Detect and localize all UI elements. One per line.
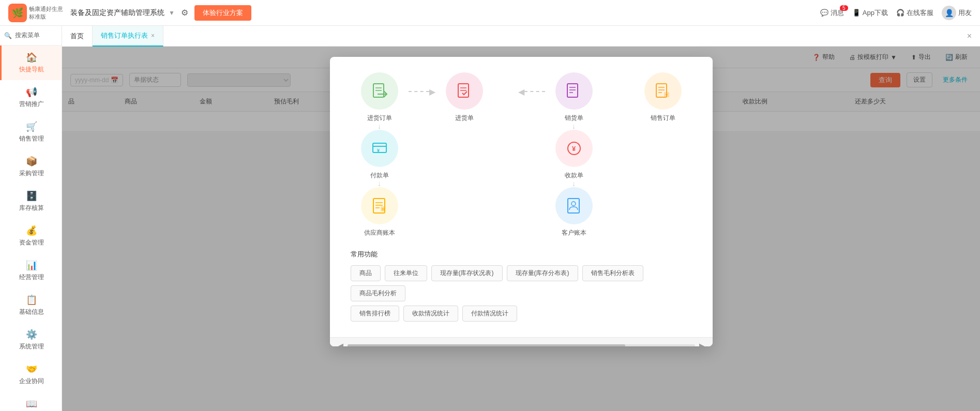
online-service-button[interactable]: 🎧 在线客服 (896, 8, 933, 18)
finance-icon: 💰 (26, 225, 37, 236)
system-icon: ⚙️ (26, 329, 37, 340)
sales-bill-icon (555, 72, 593, 110)
beginner-icon: 📖 (26, 398, 37, 409)
receipt-bill-label: 收款单 (565, 171, 583, 180)
message-badge: 5 (840, 5, 848, 11)
supplier-ledger-label: 供应商账本 (364, 229, 395, 237)
message-button[interactable]: 💬 消息 5 (820, 8, 844, 18)
tab-sales-order[interactable]: 销售订单执行表 × (93, 26, 163, 47)
logo-icon: 🌿 (8, 4, 27, 22)
sidebar-item-basic-info[interactable]: 📋 基础信息 (0, 288, 62, 323)
top-right-actions: 💬 消息 5 📱 App下载 🎧 在线客服 👤 用友 (820, 6, 972, 20)
sidebar-item-beginner[interactable]: 📖 新手引导 (0, 392, 62, 411)
scrollbar-track[interactable] (348, 344, 695, 347)
flow-sales-order[interactable]: 销售订单 (644, 72, 682, 123)
flow-customer-ledger[interactable]: 客户账本 (555, 187, 593, 237)
sidebar-item-marketing[interactable]: 📢 营销推广 (0, 80, 62, 115)
supplier-icon: 账 (361, 187, 398, 224)
svg-text:¥: ¥ (572, 145, 576, 153)
cf-btn-sales-profit[interactable]: 销售毛利分析表 (582, 265, 643, 281)
purchase-bill-label: 进货单 (455, 114, 474, 123)
gear-icon[interactable]: ⚙ (181, 8, 188, 18)
purchase-order-icon (361, 72, 398, 110)
cf-btn-partners[interactable]: 往来单位 (385, 265, 427, 281)
sidebar-item-sales[interactable]: 🛒 销售管理 (0, 115, 62, 149)
purchase-order-label: 进货订单 (367, 114, 392, 123)
enterprise-icon: 🤝 (26, 363, 37, 375)
flow-payment-bill[interactable]: ¥ 付款单 (361, 130, 398, 180)
svg-text:账: 账 (382, 207, 385, 211)
tab-home[interactable]: 首页 (62, 26, 93, 47)
sales-order-icon (644, 72, 682, 110)
operations-icon: 📊 (26, 260, 37, 271)
flow-purchase-bill[interactable]: 进货单 (446, 72, 483, 123)
flow-receipt-bill[interactable]: ¥ 收款单 (555, 130, 593, 180)
svg-point-23 (571, 202, 576, 206)
service-icon: 🎧 (896, 9, 904, 17)
common-functions-buttons: 商品 往来单位 现存量(库存状况表) 现存量(库存分布表) 销售毛利分析表 商品… (351, 265, 692, 301)
payment-bill-label: 付款单 (370, 171, 389, 180)
common-functions-title: 常用功能 (351, 250, 692, 259)
flow-supplier-ledger[interactable]: 账 供应商账本 (361, 187, 398, 237)
purchase-bill-icon (446, 72, 483, 110)
sales-order-label: 销售订单 (651, 114, 675, 123)
scroll-left-icon[interactable]: ◀ (338, 342, 343, 346)
cf-btn-payment-stats[interactable]: 付款情况统计 (462, 306, 517, 322)
marketing-icon: 📢 (26, 86, 37, 98)
avatar: 👤 (942, 6, 956, 20)
sidebar: 🔍 搜索菜单 🏠 快捷导航 📢 营销推广 🛒 销售管理 📦 采购管理 🗄️ (0, 26, 62, 411)
sidebar-item-enterprise[interactable]: 🤝 企业协同 (0, 357, 62, 392)
cf-btn-stock-dist[interactable]: 现存量(库存分布表) (507, 265, 578, 281)
modal-overlay[interactable]: 进货订单 ↓ ¥ 付款单 ↓ (62, 47, 980, 411)
download-icon: 📱 (852, 9, 861, 17)
common-functions-buttons-2: 销售排行榜 收款情况统计 付款情况统计 (351, 306, 692, 322)
sidebar-item-inventory[interactable]: 🗄️ 库存核算 (0, 184, 62, 219)
modal-content: 进货订单 ↓ ¥ 付款单 ↓ (330, 57, 713, 337)
logo-section: 🌿 畅康通好生意 标准版 (8, 4, 70, 22)
basic-info-icon: 📋 (26, 294, 37, 306)
sidebar-item-finance[interactable]: 💰 资金管理 (0, 219, 62, 253)
customer-ledger-icon (555, 187, 593, 224)
app-download-button[interactable]: 📱 App下载 (852, 8, 888, 18)
sidebar-item-system[interactable]: ⚙️ 系统管理 (0, 323, 62, 357)
svg-text:¥: ¥ (377, 148, 380, 153)
user-menu[interactable]: 👤 用友 (942, 6, 972, 20)
purchase-icon: 📦 (26, 156, 37, 167)
close-all-tabs[interactable]: × (959, 32, 980, 41)
experience-button[interactable]: 体验行业方案 (194, 5, 251, 21)
modal-scrollbar: ◀ ▶ (330, 337, 713, 346)
cf-btn-goods-profit[interactable]: 商品毛利分析 (351, 285, 405, 301)
flow-purchase-order[interactable]: 进货订单 (361, 72, 398, 123)
search-icon: 🔍 (4, 32, 12, 39)
system-dropdown-icon[interactable]: ▼ (169, 9, 175, 17)
modal-dialog: 进货订单 ↓ ¥ 付款单 ↓ (330, 57, 713, 346)
customer-ledger-label: 客户账本 (562, 229, 586, 237)
sidebar-item-operations[interactable]: 📊 经营管理 (0, 253, 62, 288)
sidebar-item-purchase[interactable]: 📦 采购管理 (0, 149, 62, 184)
scrollbar-thumb (348, 344, 626, 347)
scroll-right-icon[interactable]: ▶ (699, 342, 704, 346)
system-title-section: 装备及固定资产辅助管理系统 ▼ ⚙ 体验行业方案 (70, 5, 820, 21)
cf-btn-stock-status[interactable]: 现存量(库存状况表) (431, 265, 503, 281)
flow-sales-bill[interactable]: 销货单 (555, 72, 593, 123)
content-main: ❓ 帮助 🖨 按模板打印 ▼ ⬆ 导出 🔄 刷新 (62, 47, 980, 411)
sales-bill-label: 销货单 (565, 114, 583, 123)
common-functions: 常用功能 商品 往来单位 现存量(库存状况表) 现存量(库存分布表) 销售毛利分… (351, 250, 692, 322)
sales-icon: 🛒 (26, 121, 37, 132)
payment-icon: ¥ (361, 130, 398, 167)
tab-close-icon[interactable]: × (151, 32, 155, 39)
svg-rect-16 (567, 84, 578, 97)
home-icon: 🏠 (26, 52, 37, 63)
inventory-icon: 🗄️ (26, 190, 37, 202)
sidebar-item-quick-nav[interactable]: 🏠 快捷导航 (0, 45, 62, 80)
search-menu[interactable]: 🔍 搜索菜单 (0, 26, 62, 45)
logo-text: 畅康通好生意 标准版 (29, 5, 63, 20)
message-icon: 💬 (820, 9, 828, 17)
receipt-icon: ¥ (555, 130, 593, 167)
cf-btn-receipt-stats[interactable]: 收款情况统计 (403, 306, 458, 322)
cf-btn-goods[interactable]: 商品 (351, 265, 381, 281)
tabs-bar: 首页 销售订单执行表 × × (62, 26, 980, 47)
system-title: 装备及固定资产辅助管理系统 (70, 8, 164, 18)
cf-btn-sales-ranking[interactable]: 销售排行榜 (351, 306, 399, 322)
